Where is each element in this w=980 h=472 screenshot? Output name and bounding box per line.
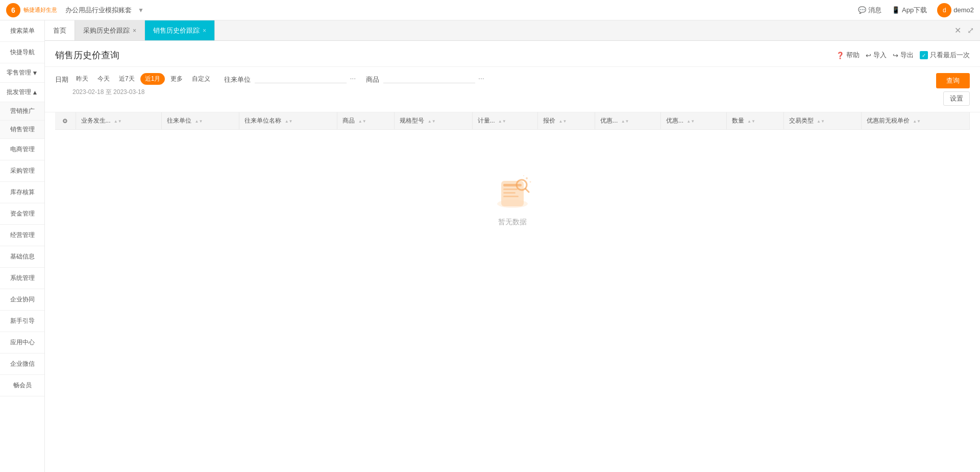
date-label: 日期 (55, 73, 68, 84)
tab-close-all-button[interactable]: ✕ (952, 23, 963, 37)
th-unit[interactable]: 计量... ▲▼ (472, 112, 538, 130)
th-quote[interactable]: 报价 ▲▼ (538, 112, 595, 130)
sidebar-item-label: 零售管理 (7, 68, 31, 77)
date-btn-1month[interactable]: 近1月 (140, 73, 165, 85)
date-btn-today[interactable]: 今天 (94, 73, 113, 85)
sidebar-item-basic-info[interactable]: 基础信息 (0, 246, 44, 268)
table-container: ⚙ 业务发生... ▲▼ 往来单位 ▲▼ 往来单位名称 (45, 112, 980, 130)
user-avatar-button[interactable]: d demo2 (937, 3, 974, 17)
sidebar-item-member[interactable]: 畅会员 (0, 375, 44, 396)
only-last-checkbox[interactable]: ✓ 只看最后一次 (920, 51, 970, 60)
th-spec[interactable]: 规格型号 ▲▼ (395, 112, 472, 130)
tab-sales-history[interactable]: 销售历史价跟踪 × (145, 20, 215, 40)
sidebar-item-label: 资金管理 (2, 209, 42, 218)
tab-sales-history-label: 销售历史价跟踪 (153, 26, 200, 35)
sidebar-item-wholesale[interactable]: 批发管理 ▲ (0, 83, 44, 102)
title-dropdown-icon[interactable]: ▼ (138, 7, 144, 14)
page-actions: ❓ 帮助 ↩ 导入 ↪ 导出 ✓ 只看最后一次 (836, 51, 970, 60)
empty-text: 暂无数据 (498, 218, 527, 227)
sidebar-item-label: 库存核算 (2, 188, 42, 197)
sidebar-item-inventory[interactable]: 库存核算 (0, 182, 44, 203)
th-biz-date[interactable]: 业务发生... ▲▼ (76, 112, 162, 130)
th-goods[interactable]: 商品 ▲▼ (337, 112, 395, 130)
tab-purchase-history[interactable]: 采购历史价跟踪 × (75, 20, 145, 40)
sidebar-item-wechat[interactable]: 企业微信 (0, 353, 44, 375)
wholesale-submenu: 营销推广 销售管理 (0, 102, 44, 139)
sidebar-item-guide[interactable]: 新手引导 (0, 311, 44, 332)
sidebar-item-app-center[interactable]: 应用中心 (0, 332, 44, 353)
tab-expand-button[interactable]: ⤢ (965, 23, 976, 37)
sidebar-item-ecommerce[interactable]: 电商管理 (0, 139, 44, 160)
tab-purchase-history-close[interactable]: × (133, 27, 136, 34)
sidebar-item-label: 基础信息 (2, 252, 42, 261)
goods-input[interactable] (383, 73, 475, 83)
date-btn-yesterday[interactable]: 昨天 (72, 73, 92, 85)
sort-icons: ▲▼ (747, 120, 755, 124)
logo-char: 6 (11, 6, 15, 14)
th-discount2[interactable]: 优惠... ▲▼ (661, 112, 727, 130)
th-gear[interactable]: ⚙ (55, 112, 76, 130)
page-header: 销售历史价查询 ❓ 帮助 ↩ 导入 ↪ 导出 ✓ (45, 41, 980, 67)
sort-icons: ▲▼ (498, 120, 506, 124)
sort-icons: ▲▼ (621, 120, 629, 124)
import-label: 导入 (873, 51, 887, 60)
help-button[interactable]: ❓ 帮助 (836, 51, 860, 60)
sidebar-item-label: 批发管理 (7, 88, 31, 97)
date-btn-7days[interactable]: 近7天 (115, 73, 138, 85)
sidebar-item-system[interactable]: 系统管理 (0, 268, 44, 289)
empty-state: 暂无数据 (45, 130, 980, 268)
th-quantity[interactable]: 数量 ▲▼ (726, 112, 783, 130)
query-button[interactable]: 查询 (936, 73, 970, 88)
data-table: ⚙ 业务发生... ▲▼ 往来单位 ▲▼ 往来单位名称 (55, 112, 970, 130)
date-btn-custom[interactable]: 自定义 (188, 73, 214, 85)
tab-home[interactable]: 首页 (45, 20, 75, 40)
wholesale-expand-icon: ▲ (32, 89, 38, 96)
sidebar-item-label: 快捷导航 (2, 48, 42, 57)
date-btn-more[interactable]: 更多 (167, 73, 186, 85)
sidebar-item-search[interactable]: 搜索菜单 (0, 20, 44, 42)
sort-icons: ▲▼ (428, 120, 436, 124)
partner-dots-button[interactable]: ··· (350, 74, 356, 82)
app-download-button[interactable]: 📱 App下载 (892, 6, 927, 15)
filter-bar: 日期 昨天 今天 近7天 近1月 更多 自定义 2023-02-18 至 202… (45, 67, 980, 112)
sidebar-item-label: 企业微信 (2, 360, 42, 368)
sidebar-item-finance[interactable]: 资金管理 (0, 203, 44, 225)
app-title: 办公用品行业模拟账套 (65, 6, 132, 15)
message-button[interactable]: 💬 消息 (858, 6, 881, 15)
gear-icon: ⚙ (62, 117, 68, 125)
sort-icons: ▲▼ (285, 120, 293, 124)
only-last-label: 只看最后一次 (930, 51, 970, 60)
import-button[interactable]: ↩ 导入 (866, 51, 887, 60)
export-button[interactable]: ↪ 导出 (893, 51, 914, 60)
sidebar-item-quick-nav[interactable]: 快捷导航 (0, 42, 44, 63)
th-pre-tax[interactable]: 优惠前无税单价 ▲▼ (861, 112, 969, 130)
th-discount1[interactable]: 优惠... ▲▼ (595, 112, 661, 130)
message-icon: 💬 (858, 6, 866, 14)
th-trade-type[interactable]: 交易类型 ▲▼ (783, 112, 861, 130)
logo-area: 6 畅捷通好生意 (6, 3, 57, 17)
empty-icon (487, 171, 538, 211)
sidebar-item-enterprise[interactable]: 企业协同 (0, 289, 44, 311)
download-icon: 📱 (892, 6, 900, 14)
tab-bar: 首页 采购历史价跟踪 × 销售历史价跟踪 × ✕ ⤢ (45, 20, 980, 41)
th-partner-code[interactable]: 往来单位 ▲▼ (162, 112, 239, 130)
checkbox-icon: ✓ (920, 51, 928, 59)
sidebar-item-sales-mgmt[interactable]: 销售管理 (0, 121, 44, 139)
partner-label: 往来单位 (224, 73, 251, 84)
empty-illustration (487, 171, 538, 211)
sidebar-item-label: 系统管理 (2, 274, 42, 282)
goods-dots-button[interactable]: ··· (478, 74, 484, 82)
import-icon: ↩ (866, 52, 871, 59)
sidebar-item-marketing[interactable]: 营销推广 (0, 102, 44, 121)
sidebar-item-purchase[interactable]: 采购管理 (0, 160, 44, 182)
top-bar: 6 畅捷通好生意 办公用品行业模拟账套 ▼ 💬 消息 📱 App下载 d dem… (0, 0, 980, 20)
goods-label: 商品 (366, 73, 379, 84)
settings-button[interactable]: 设置 (943, 91, 970, 106)
sidebar-item-retail[interactable]: 零售管理 ▼ (0, 63, 44, 83)
page-content: 销售历史价查询 ❓ 帮助 ↩ 导入 ↪ 导出 ✓ (45, 41, 980, 472)
tab-sales-history-close[interactable]: × (203, 27, 206, 34)
th-partner-name[interactable]: 往来单位名称 ▲▼ (239, 112, 337, 130)
sidebar-item-operations[interactable]: 经营管理 (0, 225, 44, 246)
content-area: 首页 采购历史价跟踪 × 销售历史价跟踪 × ✕ ⤢ 销售历史价查询 (45, 20, 980, 472)
partner-input[interactable] (255, 73, 347, 83)
